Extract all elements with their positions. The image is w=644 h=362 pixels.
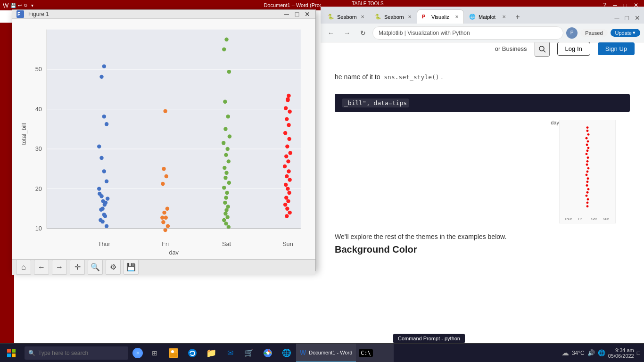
word-toolbar-icon1[interactable]: 💾 (10, 3, 16, 8)
sns-method-code: sns.set_style() (384, 74, 439, 81)
browser-profile-avatar[interactable]: P (566, 27, 578, 39)
tab-matplot[interactable]: 🌐 Matplot ✕ (464, 9, 511, 24)
browser-back-btn[interactable]: ← (324, 26, 338, 40)
taskbar-cmd-app[interactable]: C:\ (356, 344, 394, 362)
browser-restore[interactable]: □ (623, 14, 631, 22)
svg-point-49 (99, 75, 103, 79)
svg-point-0 (539, 46, 544, 51)
svg-point-52 (97, 144, 101, 148)
taskbar-network-icon[interactable]: 🌐 (598, 349, 605, 356)
taskbar-icon-globe[interactable]: 🌐 (277, 344, 296, 362)
taskbar-search-box[interactable]: 🔍 (25, 346, 128, 360)
signup-button[interactable]: Sign Up (598, 42, 635, 55)
browser-refresh-btn[interactable]: ↻ (356, 26, 370, 40)
fig-forward-btn[interactable]: → (52, 260, 67, 275)
fig-back-btn[interactable]: ← (34, 260, 49, 275)
fig-config-btn[interactable]: ⚙ (106, 260, 121, 275)
svg-point-20 (586, 184, 588, 187)
fig-zoom-btn[interactable]: 🔍 (88, 260, 103, 275)
word-toolbar-icon3[interactable]: ↻ (24, 3, 27, 8)
figure-maximize-btn[interactable]: □ (293, 10, 301, 18)
site-search-button[interactable] (535, 41, 550, 57)
svg-point-105 (224, 222, 228, 225)
svg-text:Sat: Sat (591, 217, 597, 221)
svg-point-69 (106, 197, 109, 200)
taskbar-icon-edge[interactable] (183, 344, 202, 362)
word-icon: W (3, 2, 8, 9)
svg-point-96 (222, 186, 226, 189)
login-button[interactable]: Log In (557, 42, 590, 56)
tab-close-4[interactable]: ✕ (502, 14, 506, 19)
svg-point-19 (586, 181, 589, 183)
svg-rect-140 (170, 353, 177, 357)
taskbar-search-input[interactable] (38, 350, 123, 356)
svg-point-94 (223, 176, 227, 180)
figure-app-icon: F (16, 10, 25, 18)
taskbar-volume-icon[interactable]: 🔊 (587, 349, 595, 356)
taskbar-icon-explorer[interactable] (164, 344, 183, 362)
taskbar-icon-chrome[interactable] (258, 344, 277, 362)
svg-point-63 (101, 199, 105, 203)
svg-point-56 (97, 187, 101, 190)
svg-point-92 (223, 166, 226, 170)
svg-point-16 (586, 170, 589, 173)
tab-close-2[interactable]: ✕ (408, 14, 412, 19)
svg-point-111 (287, 123, 290, 127)
taskbar-word-app[interactable]: W Document1 - Word (296, 344, 356, 362)
svg-point-70 (163, 109, 167, 113)
task-view-button[interactable]: ⊞ (145, 344, 164, 362)
tab-seaborn-2[interactable]: 🐍 Seaborn ✕ (370, 9, 417, 24)
fig-save-btn[interactable]: 💾 (124, 260, 139, 275)
site-description-text: he name of it to sns.set_style() . (335, 72, 443, 82)
figure-close-btn[interactable]: ✕ (303, 10, 312, 18)
taskbar-clock[interactable]: 9:34 am 05/06/2022 (608, 347, 634, 359)
browser-minimize[interactable]: ─ (613, 14, 621, 22)
taskbar-icon-files[interactable]: 📁 (202, 344, 221, 362)
svg-point-128 (285, 206, 289, 210)
tab-close-3[interactable]: ✕ (455, 14, 459, 19)
figure-window: F Figure 1 ─ □ ✕ 10 20 30 40 50 total_b (12, 9, 316, 271)
svg-point-98 (224, 196, 228, 199)
svg-point-84 (223, 99, 227, 103)
svg-text:20: 20 (35, 186, 42, 192)
tab-close-1[interactable]: ✕ (361, 14, 364, 19)
paused-button[interactable]: Paused (580, 29, 607, 37)
fig-pan-btn[interactable]: ✛ (70, 260, 85, 275)
svg-text:40: 40 (35, 106, 42, 113)
svg-text:Thur: Thur (98, 241, 110, 247)
new-tab-button[interactable]: + (511, 10, 524, 24)
svg-point-86 (223, 127, 227, 131)
taskbar-notification-icon[interactable]: □ (637, 350, 640, 356)
svg-point-112 (283, 131, 287, 135)
y-axis-label: total_bill (21, 123, 27, 145)
svg-point-142 (188, 349, 197, 357)
fig-home-btn[interactable]: ⌂ (16, 260, 31, 275)
update-button[interactable]: Update ▾ (611, 29, 640, 37)
svg-point-76 (164, 215, 168, 219)
svg-point-73 (161, 182, 165, 186)
taskbar-icon-mail[interactable]: ✉ (221, 344, 239, 362)
svg-point-55 (105, 179, 108, 183)
browser-close[interactable]: ✕ (633, 14, 642, 22)
svg-point-91 (227, 159, 231, 163)
tab-title-4: Matplot (479, 14, 495, 20)
tab-seaborn-1[interactable]: 🐍 Seaborn ✕ (322, 9, 370, 24)
taskbar-icon-store[interactable]: 🛒 (239, 344, 258, 362)
browser-address-bar[interactable]: Matplotlib | Visualization with Python (372, 26, 563, 40)
start-button[interactable] (0, 344, 23, 362)
svg-point-81 (224, 37, 228, 41)
svg-text:Fri: Fri (162, 241, 169, 247)
svg-point-130 (285, 214, 289, 218)
svg-point-141 (171, 350, 174, 353)
svg-point-11 (586, 153, 588, 155)
word-toolbar-icon2[interactable]: ↩ (18, 3, 22, 8)
cmd-tooltip: Command Prompt - python (393, 334, 465, 343)
cortana-button[interactable]: ○ (130, 346, 145, 361)
svg-point-3 (586, 126, 589, 129)
figure-minimize-btn[interactable]: ─ (282, 10, 291, 18)
tab-visualiz[interactable]: P Visualiz ✕ (417, 9, 464, 24)
svg-point-7 (587, 140, 589, 142)
svg-text:Sun: Sun (603, 217, 609, 221)
svg-text:Sat: Sat (222, 241, 231, 247)
browser-forward-btn[interactable]: → (340, 26, 354, 40)
